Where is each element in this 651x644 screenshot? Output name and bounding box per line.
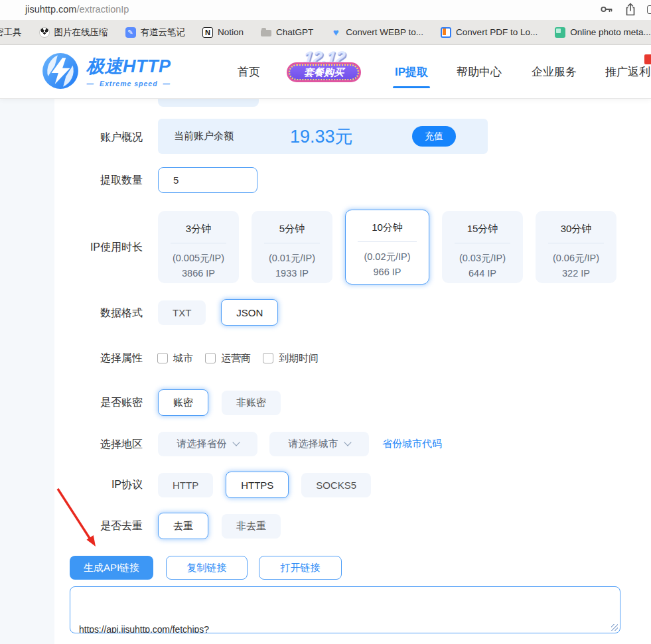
promo-badge-12-12[interactable]: 12.12 套餐购买 bbox=[287, 48, 361, 92]
duration-count: 1933 IP bbox=[275, 268, 309, 279]
generate-api-link-button[interactable]: 生成API链接 bbox=[70, 556, 153, 580]
duration-count: 3866 IP bbox=[182, 268, 215, 279]
bookmark-item[interactable]: 图片在线压缩 bbox=[39, 27, 108, 38]
auth-chip[interactable]: 账密 bbox=[158, 389, 208, 416]
scrolled-panel-edge bbox=[158, 98, 259, 107]
duration-price: (0.03元/IP) bbox=[459, 252, 506, 265]
duration-title: 3分钟 bbox=[186, 223, 211, 235]
protocol-options: HTTPHTTPSSOCKS5 bbox=[158, 471, 371, 499]
key-icon[interactable] bbox=[599, 2, 614, 17]
province-city-code-link[interactable]: 省份城市代码 bbox=[382, 438, 442, 450]
dedupe-label: 是否去重 bbox=[40, 519, 143, 533]
bookmark-label: Convert PDF to Lo... bbox=[456, 27, 538, 37]
nav-item-1[interactable]: 首页 bbox=[238, 64, 260, 80]
attribute-checkbox-item[interactable]: 运营商 bbox=[205, 352, 251, 365]
bookmarks-bar: 密工具图片在线压缩✎有道云笔记NNotionChatGPT♥Convert WE… bbox=[0, 20, 651, 45]
duration-count: 644 IP bbox=[469, 268, 496, 279]
auth-options: 账密非账密 bbox=[158, 389, 281, 417]
attribute-checkbox-item[interactable]: 城市 bbox=[157, 352, 193, 365]
api-url-line1: https://api.jisuhttp.com/fetchips? bbox=[79, 622, 611, 633]
bookmark-item[interactable]: ChatGPT bbox=[261, 27, 313, 38]
nav-item-2[interactable]: IP提取 bbox=[395, 64, 428, 80]
nav-item-5[interactable]: 推广返利 bbox=[605, 64, 650, 80]
checkbox-icon[interactable] bbox=[263, 353, 273, 363]
format-chip[interactable]: TXT bbox=[158, 300, 206, 325]
format-chip[interactable]: JSON bbox=[221, 299, 278, 326]
attribute-checkbox-item[interactable]: 到期时间 bbox=[263, 352, 319, 365]
extraction-form: 账户概况 当前账户余额 19.33元 充值 提取数量 IP使用时长 3分钟(0.… bbox=[0, 98, 651, 644]
notion-icon: N bbox=[202, 27, 213, 38]
tabs-icon[interactable] bbox=[647, 5, 651, 14]
balance-label: 当前账户余额 bbox=[174, 130, 234, 143]
youdao-icon: ✎ bbox=[125, 27, 136, 38]
bookmark-label: 有道云笔记 bbox=[141, 27, 186, 38]
bookmark-item[interactable]: NNotion bbox=[202, 27, 244, 38]
promo-buy-label: 套餐购买 bbox=[287, 62, 361, 82]
balance-value: 19.33元 bbox=[290, 125, 353, 149]
dedupe-options: 去重非去重 bbox=[158, 512, 281, 540]
format-label: 数据格式 bbox=[40, 306, 143, 320]
quantity-label: 提取数量 bbox=[40, 174, 143, 187]
protocol-chip[interactable]: HTTP bbox=[158, 473, 213, 497]
checkbox-icon[interactable] bbox=[157, 353, 168, 363]
pdf-icon bbox=[441, 27, 451, 38]
action-buttons: 生成API链接复制链接打开链接 bbox=[70, 556, 342, 580]
duration-card[interactable]: 30分钟(0.06元/IP)322 IP bbox=[536, 211, 616, 283]
duration-price: (0.02元/IP) bbox=[364, 251, 410, 263]
duration-count: 966 IP bbox=[374, 267, 401, 277]
chevron-down-icon bbox=[344, 438, 351, 446]
bookmark-item[interactable]: ♥Convert WEBP to... bbox=[330, 27, 423, 38]
protocol-chip[interactable]: SOCKS5 bbox=[301, 473, 371, 497]
attributes-label: 选择属性 bbox=[40, 352, 143, 365]
site-header: 极速HTTP — Extreme speed — 12.12 套餐购买 首页IP… bbox=[0, 45, 651, 98]
bookmark-label: 密工具 bbox=[0, 27, 22, 38]
bookmark-item[interactable]: Convert PDF to Lo... bbox=[441, 27, 538, 38]
duration-title: 15分钟 bbox=[467, 223, 498, 235]
bookmark-item[interactable]: Online photo meta... bbox=[555, 27, 651, 38]
province-select[interactable]: 请选择省份 bbox=[158, 432, 257, 456]
auth-chip[interactable]: 非账密 bbox=[222, 391, 281, 415]
bookmark-item[interactable]: 密工具 bbox=[0, 27, 22, 38]
duration-count: 322 IP bbox=[562, 268, 590, 279]
bookmark-label: Convert WEBP to... bbox=[346, 27, 423, 37]
duration-label: IP使用时长 bbox=[40, 241, 143, 254]
bookmark-label: Online photo meta... bbox=[570, 27, 651, 37]
copy-link-button[interactable]: 复制链接 bbox=[166, 556, 248, 580]
account-panel: 当前账户余额 19.33元 充值 bbox=[158, 119, 488, 154]
open-link-button[interactable]: 打开链接 bbox=[259, 556, 342, 580]
url-host: jisuhttp.com bbox=[25, 4, 76, 15]
dedupe-chip[interactable]: 非去重 bbox=[222, 514, 281, 539]
duration-card[interactable]: 3分钟(0.005元/IP)3866 IP bbox=[158, 211, 239, 283]
duration-card[interactable]: 5分钟(0.01元/IP)1933 IP bbox=[252, 211, 332, 283]
account-overview-label: 账户概况 bbox=[40, 131, 143, 144]
brand-lightning-icon bbox=[41, 52, 80, 90]
textarea-resize-handle[interactable] bbox=[611, 624, 618, 631]
dedupe-chip[interactable]: 去重 bbox=[158, 513, 208, 539]
duration-divider bbox=[455, 243, 510, 243]
duration-divider bbox=[171, 243, 226, 243]
duration-card[interactable]: 10分钟(0.02元/IP)966 IP bbox=[345, 210, 429, 285]
city-select[interactable]: 请选择城市 bbox=[269, 432, 369, 456]
duration-card[interactable]: 15分钟(0.03元/IP)644 IP bbox=[442, 211, 523, 283]
site-logo[interactable]: 极速HTTP — Extreme speed — bbox=[41, 52, 171, 90]
duration-divider bbox=[358, 241, 417, 242]
attribute-label: 运营商 bbox=[221, 352, 251, 365]
bookmark-item[interactable]: ✎有道云笔记 bbox=[125, 27, 186, 38]
checkbox-icon[interactable] bbox=[205, 353, 216, 363]
folder-icon bbox=[261, 27, 271, 38]
protocol-chip[interactable]: HTTPS bbox=[226, 472, 289, 498]
quantity-input[interactable] bbox=[158, 167, 257, 193]
duration-divider bbox=[264, 243, 320, 243]
address-bar[interactable]: jisuhttp.com/extractionIp bbox=[25, 4, 129, 15]
attribute-label: 城市 bbox=[173, 352, 193, 365]
nav-item-4[interactable]: 企业服务 bbox=[532, 64, 577, 80]
attribute-label: 到期时间 bbox=[279, 352, 319, 365]
region-label: 选择地区 bbox=[40, 438, 143, 451]
protocol-label: IP协议 bbox=[40, 478, 143, 491]
api-url-textarea[interactable]: https://api.jisuhttp.com/fetchips? key=w… bbox=[70, 586, 620, 633]
nav-item-3[interactable]: 帮助中心 bbox=[457, 64, 502, 80]
share-icon[interactable] bbox=[624, 2, 636, 17]
duration-title: 10分钟 bbox=[372, 222, 403, 234]
format-options: TXTJSON bbox=[158, 298, 278, 326]
recharge-button[interactable]: 充值 bbox=[412, 126, 456, 147]
